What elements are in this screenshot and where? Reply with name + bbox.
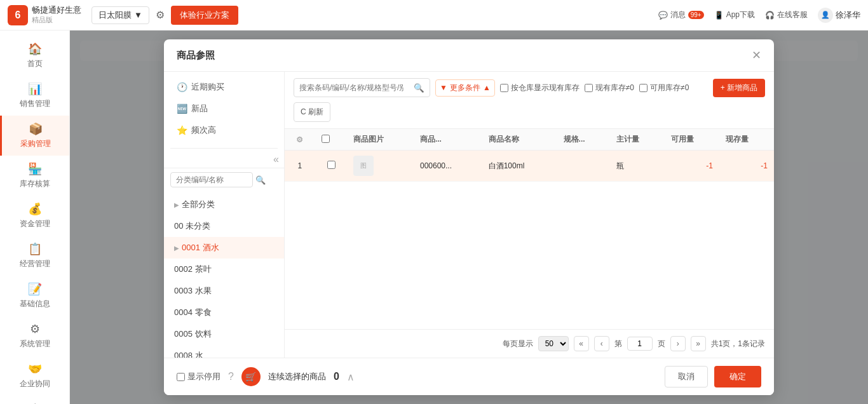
store-selector[interactable]: 日太阳膜 ▼ [92, 6, 149, 24]
new-product-btn[interactable]: + 新增商品 [713, 79, 765, 97]
gear-icon[interactable]: ⚙ [156, 9, 165, 21]
exp-btn[interactable]: 体验行业方案 [171, 6, 238, 25]
phone-icon: 📱 [714, 11, 724, 20]
first-page-btn[interactable]: « [574, 336, 589, 351]
sidebar-item-inventory[interactable]: 🏪 库存核算 [0, 156, 69, 196]
sidebar-item-guide[interactable]: 🎓 新手引导 [0, 396, 69, 404]
row-check[interactable] [315, 151, 348, 182]
dialog-bottom: 显示停用 ? 🛒 连续选择的商品 0 ∧ 取消 确定 [164, 358, 774, 395]
tab-recent[interactable]: 🕐 近期购买 [170, 77, 278, 97]
product-search-btn[interactable]: 🔍 [409, 83, 430, 93]
col-spec[interactable]: 规格... [557, 129, 610, 151]
message-icon: 💬 [658, 11, 668, 20]
cat-label-tea: 0002 茶叶 [174, 264, 212, 275]
product-search-input[interactable] [294, 83, 409, 92]
continue-select-label: 连续选择的商品 [268, 371, 326, 382]
check-available-ne0[interactable]: 可用库存≠0 [639, 83, 689, 93]
cat-tea[interactable]: 0002 茶叶 [164, 259, 284, 280]
check-stock-ne0-input[interactable] [585, 84, 593, 92]
cat-beverage[interactable]: 0005 饮料 [164, 323, 284, 345]
dialog-left-panel: 🕐 近期购买 🆕 新品 ⭐ 频次高 [164, 72, 285, 358]
page-suffix: 页 [658, 339, 665, 349]
cat-label-beverage: 0005 饮料 [174, 328, 212, 340]
row-img: 图 [347, 151, 414, 182]
cat-snack[interactable]: 0004 零食 [164, 302, 284, 323]
sidebar-item-enterprise[interactable]: 🤝 企业协同 [0, 356, 69, 396]
prev-page-btn[interactable]: ‹ [594, 336, 609, 351]
user-btn[interactable]: 👤 徐泽华 [818, 8, 860, 23]
app-download-label: App下载 [726, 10, 755, 20]
col-code[interactable]: 商品... [414, 129, 482, 151]
check-warehouse[interactable]: 按仓库显示现有库存 [500, 83, 580, 93]
help-icon[interactable]: ? [228, 371, 234, 382]
collapse-icon[interactable]: ∧ [347, 371, 355, 383]
category-search-input[interactable] [170, 172, 253, 187]
refresh-btn[interactable]: C 刷新 [294, 102, 330, 122]
messages-label: 消息 [670, 10, 686, 20]
sidebar-item-operations[interactable]: 📋 经营管理 [0, 236, 69, 276]
col-unit[interactable]: 主计量 [610, 129, 665, 151]
product-table: ⚙ 商品图片 商品... 商品名称 规格... 主计量 可用量 现存量 [285, 129, 774, 182]
check-available-ne0-label: 可用库存≠0 [650, 83, 689, 93]
cancel-btn[interactable]: 取消 [665, 366, 708, 387]
cart-icon[interactable]: 🛒 [241, 367, 261, 386]
sales-icon: 📊 [28, 82, 42, 96]
row-checkbox[interactable] [327, 161, 336, 169]
col-check [315, 129, 348, 151]
sidebar-item-purchase[interactable]: 📦 采购管理 [0, 116, 69, 156]
dialog-close-btn[interactable]: ✕ [752, 48, 761, 62]
main-layout: 🏠 首页 📊 销售管理 📦 采购管理 🏪 库存核算 💰 资金管理 📋 经营管理 … [0, 30, 868, 404]
show-disabled-input[interactable] [177, 373, 185, 381]
more-filter-btn[interactable]: ▼ 更多条件 ▲ [435, 79, 495, 97]
select-all-checkbox[interactable] [322, 135, 330, 143]
page-input[interactable] [627, 337, 653, 351]
modal-overlay: 商品参照 ✕ 🕐 近期购买 🆕 [70, 30, 868, 404]
confirm-btn[interactable]: 确定 [714, 366, 761, 387]
category-search-icon[interactable]: 🔍 [255, 175, 266, 185]
check-available-ne0-input[interactable] [639, 84, 648, 92]
product-search-box: 🔍 [294, 78, 430, 97]
cat-fruit[interactable]: 0003 水果 [164, 280, 284, 302]
app-download-btn[interactable]: 📱 App下载 [714, 10, 755, 20]
nav-right: 💬 消息 99+ 📱 App下载 🎧 在线客服 👤 徐泽华 [658, 8, 860, 23]
logo-text: 畅捷通好生意 [32, 5, 81, 15]
cat-water[interactable]: 0008 水 [164, 345, 284, 358]
check-warehouse-input[interactable] [500, 84, 508, 92]
table-row[interactable]: 1 图 000600... 白酒100ml 瓶 [285, 151, 774, 182]
total-label: 共1页，1条记录 [711, 339, 765, 349]
star-icon: ⭐ [177, 125, 187, 135]
col-name[interactable]: 商品名称 [482, 129, 557, 151]
user-avatar: 👤 [818, 8, 833, 23]
cat-liquor[interactable]: ▶ 0001 酒水 [164, 237, 284, 259]
cat-all[interactable]: ▶ 全部分类 [164, 194, 284, 215]
col-gear: ⚙ [285, 129, 315, 151]
collapse-panel-icon[interactable]: « [273, 154, 279, 165]
sidebar-label-purchase: 采购管理 [20, 138, 51, 149]
recent-icon: 🕐 [177, 82, 187, 92]
show-disabled-check[interactable]: 显示停用 [177, 371, 220, 382]
messages-btn[interactable]: 💬 消息 99+ [658, 10, 704, 20]
tab-recent-label: 近期购买 [191, 81, 224, 93]
cat-unclassified[interactable]: 00 未分类 [164, 215, 284, 237]
tab-new[interactable]: 🆕 新品 [170, 98, 278, 119]
purchase-icon: 📦 [29, 122, 43, 136]
last-page-btn[interactable]: » [691, 336, 706, 351]
per-page-select[interactable]: 50 [538, 336, 569, 351]
tab-new-label: 新品 [191, 103, 208, 114]
operations-icon: 📋 [28, 242, 42, 256]
sidebar-item-system[interactable]: ⚙ 系统管理 [0, 316, 69, 356]
sidebar-item-finance[interactable]: 💰 资金管理 [0, 196, 69, 236]
sidebar-item-basic[interactable]: 📝 基础信息 [0, 276, 69, 316]
cat-arrow-all: ▶ [174, 201, 179, 208]
check-stock-ne0[interactable]: 现有库存≠0 [585, 83, 634, 93]
online-service-btn[interactable]: 🎧 在线客服 [765, 10, 808, 20]
col-img: 商品图片 [347, 129, 414, 151]
logo-icon: 6 [8, 5, 28, 25]
sidebar-item-home[interactable]: 🏠 首页 [0, 36, 69, 76]
messages-badge: 99+ [688, 11, 704, 19]
sidebar-item-sales[interactable]: 📊 销售管理 [0, 76, 69, 116]
action-btns: 取消 确定 [665, 366, 761, 387]
table-header-row: ⚙ 商品图片 商品... 商品名称 规格... 主计量 可用量 现存量 [285, 129, 774, 151]
tab-frequent[interactable]: ⭐ 频次高 [170, 120, 278, 140]
next-page-btn[interactable]: › [670, 336, 686, 351]
